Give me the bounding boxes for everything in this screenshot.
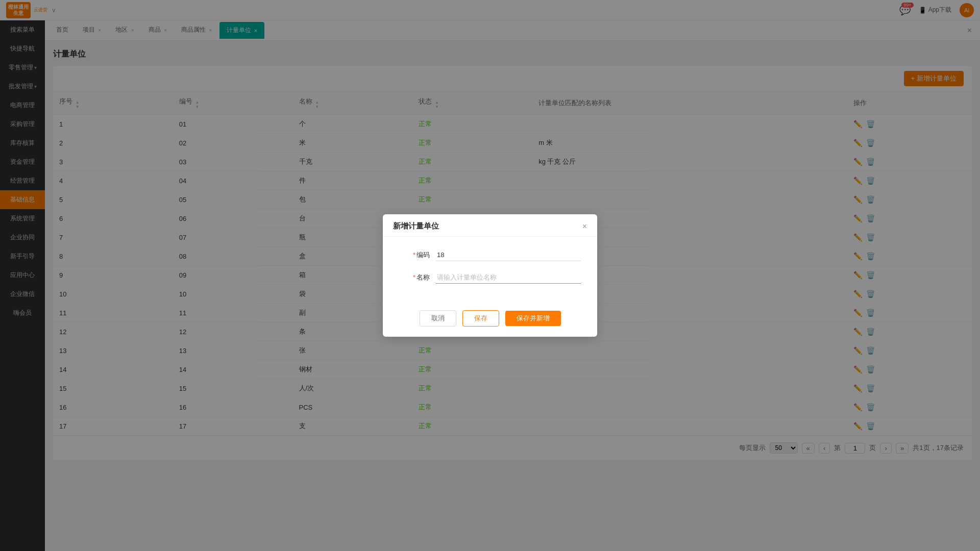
required-mark: * — [413, 273, 415, 281]
save-button[interactable]: 保存 — [462, 310, 499, 327]
modal-header: 新增计量单位 × — [383, 214, 597, 237]
save-and-new-button[interactable]: 保存并新增 — [505, 311, 561, 326]
modal-body: *编码 *名称 — [383, 237, 597, 304]
required-mark: * — [413, 251, 415, 259]
cancel-button[interactable]: 取消 — [420, 310, 456, 327]
modal-title: 新增计量单位 — [393, 221, 439, 231]
form-row-name: *名称 — [399, 271, 581, 284]
name-label: *名称 — [399, 273, 430, 282]
app-container: 橙林通用生意 云进货 ∨ 💬 99+ 📱 App下载 Ai 搜索菜单 — [0, 0, 980, 551]
form-row-code: *编码 — [399, 249, 581, 261]
name-input[interactable] — [436, 271, 581, 284]
modal-footer: 取消 保存 保存并新增 — [383, 304, 597, 337]
code-label: *编码 — [399, 251, 430, 260]
code-input[interactable] — [436, 249, 581, 261]
add-unit-modal: 新增计量单位 × *编码 *名称 取消 保存 — [383, 214, 597, 337]
modal-close-button[interactable]: × — [582, 222, 587, 231]
modal-overlay: 新增计量单位 × *编码 *名称 取消 保存 — [0, 0, 980, 551]
